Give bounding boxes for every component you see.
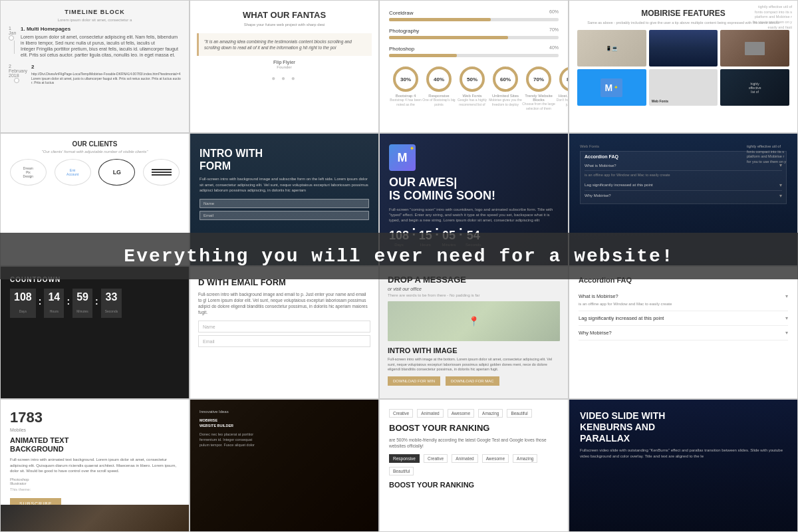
builder-sub: Donec nec leo placerat at porttior ferme…	[200, 432, 369, 448]
circle-unlimited: 60% Unlimited Sites Mobirise gives you t…	[489, 66, 522, 110]
skill-photography: Photography 70%	[389, 28, 559, 39]
mobirise-logo-star: ✦	[410, 146, 414, 152]
cnt-sep-1: :	[39, 296, 42, 307]
skill-coreldraw-bar-fill	[389, 18, 491, 21]
drop-message-sub2: There are words to be from there - No pa…	[388, 293, 560, 297]
faq-item-2: Lag significantly increased at this poin…	[579, 311, 788, 326]
counter-num: 1783	[10, 409, 43, 426]
mobirise-grid: 📱💻 M ✦ Web Fonts	[577, 30, 789, 106]
tab2-responsive[interactable]: Responsive	[389, 454, 420, 463]
intro-form-email-field[interactable]: Email	[200, 211, 369, 220]
panel-mobirise-features: MOBIRISE FEATURES Same as above - probab…	[569, 0, 798, 133]
tab2-awesome[interactable]: Awesome	[482, 454, 509, 463]
boost-heading: BOOST YOUR RANKING	[389, 423, 559, 433]
tab-beautiful[interactable]: Beautiful	[507, 409, 531, 418]
theme-label: This theme:	[10, 487, 180, 491]
tab-animated[interactable]: Animated	[417, 409, 443, 418]
faq-q-3[interactable]: Why Mobirise? ▾	[579, 330, 788, 336]
faq-q-1[interactable]: What is Mobirise? ▾	[579, 293, 788, 299]
circle-host-ring: 80%	[559, 66, 569, 92]
cnt-sep-3: :	[95, 296, 98, 307]
tab-amazing[interactable]: Amazing	[478, 409, 503, 418]
fantasies-dots: ● ● ●	[197, 74, 372, 82]
faq-chevron-2: ▾	[785, 315, 788, 321]
clients-logos: DreamPixDesign EmiAccount LG	[7, 159, 182, 186]
timeline-text-2: http://Divi.DivesArtFilgPage-LocalTemp/M…	[31, 72, 181, 85]
client-emi: EmiAccount	[55, 159, 91, 186]
timeline-sub: Lorem ipsum dolor sit amet, consectetur …	[9, 18, 181, 22]
innovative-label: Innovative Ideas	[200, 409, 369, 414]
client-lg: LG	[98, 159, 135, 186]
cnt-minutes: 59 Minutes	[72, 289, 92, 318]
skill-coreldraw-bar-bg	[389, 18, 559, 21]
client-dreampix: DreamPixDesign	[10, 159, 47, 186]
circle-responsive-ring: 40%	[426, 66, 452, 92]
email-form-desc: Full-screen intro with background image …	[198, 291, 370, 315]
circle-trendy: 70% Trendy Website Blocks Choose from th…	[522, 66, 555, 110]
faq-q-2[interactable]: Lag significantly increased at this poin…	[579, 315, 788, 321]
skill-photoshop-bar-fill	[389, 54, 457, 57]
timeline-text-1: Lorem ipsum dolor sit amet, consectetur …	[21, 34, 181, 58]
email-form-email-input[interactable]: Email	[198, 335, 370, 347]
download-win-button[interactable]: DOWNLOAD FOR WIN	[388, 376, 440, 386]
fantasies-founder: Flip FlyierFounder	[197, 60, 372, 69]
circle-unlimited-ring: 60%	[493, 66, 518, 92]
mobirise-builder-text: MOBIRISEWEBSITE BUILDER	[200, 418, 369, 428]
panel-video-slide: VIDEO SLIDE WITHKENBURNS ANDPARALLAX Ful…	[569, 399, 798, 532]
web-fonts-side-text: tightly effective util offonts compact i…	[753, 5, 792, 30]
faq-chevron-1: ▾	[785, 293, 788, 299]
tab2-amazing[interactable]: Amazing	[513, 454, 537, 463]
mobi-img-1: 📱💻	[577, 30, 646, 66]
fantasies-quote: "It is an amazing idea combining the tes…	[197, 33, 372, 56]
panel-animated-text: 1783 Mobiles ANIMATED TEXTBACKGROUND Ful…	[0, 399, 190, 532]
mobi-img-5: Web Fonts	[649, 69, 718, 106]
intro-form-name-field[interactable]: Name	[200, 199, 369, 208]
video-slide-desc: Fullscreen video slide with outstanding …	[580, 448, 787, 459]
tab2-creative[interactable]: Creative	[424, 454, 448, 463]
panel-fantasies: WHAT OUR FANTAS Shape your future web pr…	[190, 0, 379, 133]
tab2-animated[interactable]: Animated	[452, 454, 477, 463]
cnt-hours: 14 Hours	[44, 289, 64, 318]
skill-coreldraw: Coreldraw 60%	[389, 10, 559, 21]
mobi-img-6: highlyeffectivelist of	[720, 69, 789, 106]
circle-host: 80% Host Anywhere Don't host yourself is…	[555, 66, 569, 110]
collage: TIMELINE BLOCK Lorem ipsum dolor sit ame…	[0, 0, 798, 532]
circle-webfonts-ring: 50%	[460, 66, 485, 92]
download-mac-button[interactable]: DOWNLOAD FOR MAC	[446, 376, 499, 386]
panel-skills: Coreldraw 60% Photography 70% Photosho	[379, 0, 569, 133]
skill-photoshop-pct: 40%	[549, 45, 559, 54]
skill-photoshop-bar-bg	[389, 54, 559, 57]
client-lines	[143, 159, 180, 186]
tab2-beautiful[interactable]: Beautiful	[389, 467, 414, 475]
faq-a-1: is an offline app for Window and Mac to …	[579, 301, 788, 307]
panel-countdown: COUNTDOWN 108 Days : 14 Hours : 59 Minut…	[0, 266, 190, 399]
coming-soon-heading: OUR AWES|IS COMING SOON!	[389, 176, 559, 203]
intro-image-section: INTRO WITH IMAGE Full-screen intro with …	[388, 346, 560, 386]
timeline-heading: TIMELINE BLOCK	[9, 9, 181, 15]
skills-label: Photoshop Illustrator	[10, 477, 180, 485]
tabs-row-1: Creative Animated Awesome Amazing Beauti…	[389, 409, 559, 418]
map-pin-icon: 📍	[468, 316, 479, 327]
cnt-sep-2: :	[66, 296, 70, 307]
mobi-img-4: M ✦	[577, 69, 646, 106]
email-form-name-input[interactable]: Name	[198, 321, 370, 332]
skill-photography-bar-fill	[389, 36, 508, 39]
circle-bootstrap-ring: 30%	[393, 66, 418, 92]
animated-text-desc: Full-screen intro with animated text bac…	[10, 457, 180, 473]
intro-image-heading: INTRO WITH IMAGE	[388, 346, 560, 354]
banner-text: Everything you will ever need for a webs…	[124, 246, 674, 267]
timeline-line-1	[14, 41, 15, 54]
timeline-item-1: 1 Jan 1. Multi Homepages Lorem ipsum dol…	[9, 26, 181, 60]
mobi-img-3	[720, 30, 789, 66]
skill-photography-label: Photography	[389, 28, 419, 34]
mobi-img-2	[649, 30, 718, 66]
animated-text-heading: ANIMATED TEXTBACKGROUND	[10, 436, 180, 454]
cnt-days: 108 Days	[10, 289, 36, 318]
map-area: 📍	[388, 301, 560, 341]
intro-form-heading: INTRO WITHFORM	[200, 147, 369, 172]
timeline-num-1: 1. Multi Homepages	[21, 26, 181, 32]
web-fonts-sidebar: tightly effective util offonts compact i…	[747, 144, 793, 165]
panel-boost: Creative Animated Awesome Amazing Beauti…	[379, 399, 569, 532]
tab-awesome[interactable]: Awesome	[448, 409, 474, 418]
tab-creative[interactable]: Creative	[389, 409, 413, 418]
